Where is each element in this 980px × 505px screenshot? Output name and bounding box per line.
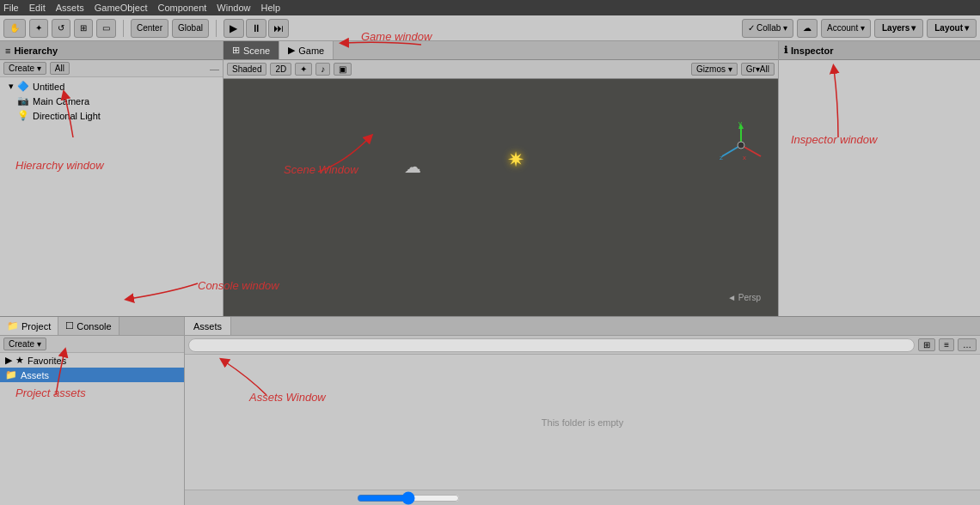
menu-edit[interactable]: Edit	[29, 3, 46, 13]
camera-label: Main Camera	[33, 96, 89, 106]
scene-tab[interactable]: ⊞ Scene	[224, 41, 279, 59]
console-tab-label: Console	[77, 321, 111, 332]
scene-root-item[interactable]: ▾ 🔷 Untitled	[3, 79, 219, 94]
inspector-panel: ℹ Inspector	[778, 41, 980, 316]
zoom-slider[interactable]	[357, 493, 460, 503]
assets-search-input[interactable]	[188, 338, 915, 352]
move-tool-btn[interactable]: ✦	[29, 19, 48, 38]
inspector-tab[interactable]: ℹ Inspector	[779, 41, 980, 60]
hierarchy-panel: ≡ Hierarchy Create ▾ All — ▾ 🔷 Untitled …	[0, 41, 224, 316]
scale-tool-btn[interactable]: ⊞	[74, 19, 93, 38]
main-camera-item[interactable]: 📷 Main Camera	[3, 94, 219, 108]
favorites-item[interactable]: ▶ ★ Favorites	[0, 353, 184, 368]
hand-tool-btn[interactable]: ✋	[3, 19, 26, 38]
scene-tab-label: Scene	[243, 46, 270, 56]
assets-tab[interactable]: Assets	[185, 317, 231, 335]
hierarchy-tab[interactable]: ≡ Hierarchy	[0, 41, 223, 60]
persp-label: ◄ Persp	[727, 293, 761, 302]
menu-window[interactable]: Window	[217, 3, 250, 13]
rect-tool-btn[interactable]: ▭	[96, 19, 116, 38]
scene-toolbar: Shaded 2D ✦ ♪ ▣ Gizmos ▾ Gr▾All	[224, 60, 778, 79]
menu-assets[interactable]: Assets	[56, 3, 84, 13]
assets-tree-item[interactable]: 📁 Assets	[0, 368, 184, 382]
fx-btn[interactable]: ✦	[295, 63, 312, 76]
play-btn[interactable]: ▶	[224, 19, 244, 38]
game-tab-label: Game	[298, 46, 324, 56]
hierarchy-toolbar: Create ▾ All —	[0, 60, 223, 77]
assets-panel: Assets ⊞ ≡ … This folder is empty	[185, 317, 980, 505]
collab-label: Collab ▾	[756, 23, 787, 33]
project-tab[interactable]: 📁 Project	[0, 317, 58, 335]
assets-view-btn[interactable]: ⊞	[918, 338, 935, 351]
layers-dropdown-icon: ▾	[911, 23, 916, 33]
menubar: File Edit Assets GameObject Component Wi…	[0, 0, 980, 15]
menu-help[interactable]: Help	[260, 3, 280, 13]
menu-component[interactable]: Component	[157, 3, 206, 13]
svg-text:x: x	[743, 154, 746, 161]
global-btn[interactable]: Global	[172, 19, 209, 38]
menu-gameobject[interactable]: GameObject	[95, 3, 148, 13]
console-tab[interactable]: ☐ Console	[58, 317, 119, 335]
scene-expand-icon: ▾	[9, 81, 14, 92]
light-icon: 💡	[17, 110, 29, 121]
console-tab-icon: ☐	[65, 320, 74, 332]
favorites-expand-icon: ▶	[5, 355, 12, 366]
account-btn[interactable]: Account ▾	[821, 19, 871, 38]
assets-tree-label: Assets	[21, 370, 49, 380]
favorites-label: Favorites	[28, 356, 66, 366]
cloud-icon: ☁	[803, 23, 812, 33]
menu-file[interactable]: File	[3, 3, 19, 13]
collab-icon: ✓	[748, 23, 755, 33]
assets-filter-btn[interactable]: ≡	[939, 338, 954, 351]
project-toolbar: Create ▾	[0, 336, 184, 353]
image-btn[interactable]: ▣	[334, 63, 352, 76]
empty-folder-label: This folder is empty	[542, 417, 623, 428]
assets-folder-icon: 📁	[5, 369, 17, 380]
audio-btn[interactable]: ♪	[315, 63, 330, 76]
grall-btn[interactable]: Gr▾All	[741, 63, 775, 76]
pause-btn[interactable]: ⏸	[246, 19, 266, 38]
svg-text:z: z	[720, 154, 723, 161]
rotate-tool-btn[interactable]: ↺	[52, 19, 70, 38]
scene-view[interactable]: ✷ ☁ ◄ Persp x z y	[224, 79, 778, 316]
hierarchy-content: ▾ 🔷 Untitled 📷 Main Camera 💡 Directional…	[0, 77, 223, 316]
project-panel: 📁 Project ☐ Console Create ▾ ▶ ★ Favorit…	[0, 317, 185, 505]
scene-tab-icon: ⊞	[232, 45, 240, 56]
sun-decoration: ✷	[507, 148, 524, 172]
layout-btn[interactable]: Layout ▾	[927, 19, 977, 38]
shaded-btn[interactable]: Shaded	[227, 63, 266, 76]
gizmos-btn[interactable]: Gizmos ▾	[691, 63, 738, 76]
assets-content: This folder is empty	[185, 355, 980, 490]
account-label: Account ▾	[827, 23, 865, 33]
toolbar: ✋ ✦ ↺ ⊞ ▭ Center Global ▶ ⏸ ⏭ ✓ Collab ▾…	[0, 15, 980, 41]
hierarchy-all-btn[interactable]: All	[50, 62, 70, 75]
project-create-btn[interactable]: Create ▾	[3, 338, 46, 350]
directional-light-item[interactable]: 💡 Directional Light	[3, 108, 219, 123]
hierarchy-create-btn[interactable]: Create ▾	[3, 62, 46, 75]
assets-more-btn[interactable]: …	[958, 338, 977, 351]
assets-toolbar: ⊞ ≡ …	[185, 336, 980, 355]
layers-btn[interactable]: Layers ▾	[874, 19, 923, 38]
step-btn[interactable]: ⏭	[268, 19, 289, 38]
collab-btn[interactable]: ✓ Collab ▾	[742, 19, 793, 38]
hierarchy-tab-label: Hierarchy	[14, 46, 58, 56]
center-panel: ⊞ Scene ▶ Game Shaded 2D ✦ ♪ ▣ Gizmos ▾ …	[224, 41, 778, 316]
scene-icon: 🔷	[17, 81, 29, 92]
center-btn[interactable]: Center	[131, 19, 168, 38]
game-tab-icon: ▶	[288, 45, 295, 56]
project-tab-label: Project	[21, 321, 51, 332]
twoD-btn[interactable]: 2D	[270, 63, 291, 76]
cloud-btn[interactable]: ☁	[797, 19, 818, 38]
cloud-decoration: ☁	[404, 156, 421, 177]
favorites-star-icon: ★	[15, 355, 24, 366]
assets-tab-label: Assets	[193, 321, 222, 332]
game-tab[interactable]: ▶ Game	[279, 41, 334, 59]
layout-dropdown-icon: ▾	[965, 23, 969, 33]
sep1	[123, 20, 124, 37]
scene-game-tabs: ⊞ Scene ▶ Game	[224, 41, 778, 60]
project-tab-icon: 📁	[7, 320, 19, 332]
layers-label: Layers	[882, 23, 910, 33]
scene-name: Untitled	[33, 82, 64, 92]
svg-text:y: y	[738, 122, 742, 127]
camera-icon: 📷	[17, 95, 29, 106]
